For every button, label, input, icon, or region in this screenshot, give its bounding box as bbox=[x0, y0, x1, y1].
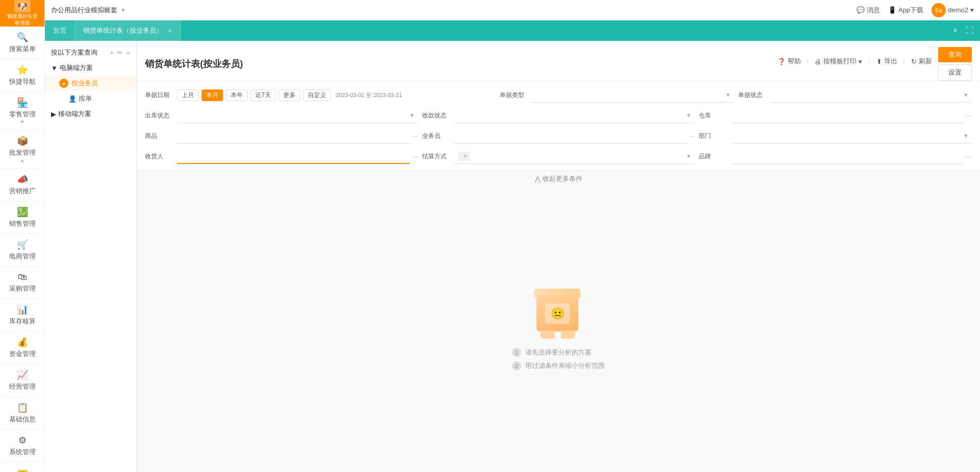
warehouse-dots[interactable]: ··· bbox=[966, 111, 972, 120]
department-select[interactable]: ▾ bbox=[731, 128, 972, 144]
settings-button[interactable]: 设置 bbox=[938, 64, 972, 81]
payment-method-field: 结算方式 × ▾ bbox=[422, 149, 695, 164]
receiver-label: 收货人 bbox=[145, 152, 173, 161]
brand-input[interactable] bbox=[731, 149, 964, 164]
sidebar-item-label: 零售管理 bbox=[9, 110, 36, 119]
sidebar-item-search-menu[interactable]: 🔍 搜索菜单 bbox=[0, 27, 44, 59]
filter-area: 单据日期 上月 本月 本年 近7天 更多 自定义 2023-03-01 至 20… bbox=[137, 81, 980, 171]
help-icon: ❓ bbox=[777, 58, 786, 65]
order-type-select[interactable]: ▾ bbox=[532, 87, 733, 103]
goods-input[interactable] bbox=[177, 128, 410, 144]
receiver-input[interactable] bbox=[177, 149, 410, 164]
scheme-group-desktop-header[interactable]: ▼ 电脑端方案 bbox=[45, 60, 136, 76]
warehouse-input[interactable] bbox=[731, 108, 964, 123]
triangle-right-icon: ▶ bbox=[51, 110, 56, 118]
sidebar-item-inventory[interactable]: 📊 库存核算 bbox=[0, 299, 44, 332]
sidebar-item-purchase[interactable]: 🛍 采购管理 bbox=[0, 267, 44, 299]
template-print-button[interactable]: 🖨 按模板打印 ▾ bbox=[815, 57, 862, 66]
date-filter: 上月 本月 本年 近7天 更多 自定义 2023-03-01 至 2023-03… bbox=[177, 89, 496, 101]
sidebar-item-retail[interactable]: 🏪 零售管理 ▼ bbox=[0, 92, 44, 130]
custom-btn[interactable]: 自定义 bbox=[303, 89, 331, 101]
content: 按以下方案查询 + ✏ « ▼ 电脑端方案 ● 按业务员 👤 bbox=[45, 41, 980, 472]
empty-illustration: 😐 bbox=[530, 289, 586, 340]
tab-maximize-icon[interactable]: ⛶ bbox=[964, 24, 976, 37]
scheme-item-by-salesperson[interactable]: ● 按业务员 bbox=[45, 76, 136, 91]
tab-close-window-icon[interactable]: × bbox=[951, 24, 960, 37]
goods-field: 商品 ··· bbox=[145, 128, 418, 144]
more-btn[interactable]: 更多 bbox=[279, 89, 300, 101]
this-year-btn[interactable]: 本年 bbox=[226, 89, 248, 101]
export-button[interactable]: ⬆ 导出 bbox=[876, 57, 897, 66]
order-type-field: 单据类型 ▾ bbox=[500, 87, 733, 103]
scheme-group-mobile-header[interactable]: ▶ 移动端方案 bbox=[45, 106, 136, 122]
sidebar-item-enterprise[interactable]: 🤝 企业协同 bbox=[0, 462, 44, 472]
scheme-item-label: 按业务员 bbox=[71, 79, 98, 88]
user-menu[interactable]: Ea demo2 ▾ bbox=[932, 3, 974, 17]
tip-num-2: 2 bbox=[512, 361, 521, 370]
out-status-select[interactable]: ▾ bbox=[177, 108, 418, 123]
ecommerce-icon: 🛒 bbox=[17, 239, 28, 250]
page-title-bar: 销货单统计表(按业务员) ❓ 帮助 | 🖨 按模板打印 ▾ | bbox=[137, 41, 980, 81]
receipt-status-select[interactable]: ▾ bbox=[454, 108, 695, 123]
sidebar-item-label: 系统管理 bbox=[9, 447, 36, 457]
7days-btn[interactable]: 近7天 bbox=[251, 89, 276, 101]
date-filter-field: 单据日期 上月 本月 本年 近7天 更多 自定义 2023-03-01 至 20… bbox=[145, 89, 496, 101]
sidebar-item-label: 资金管理 bbox=[9, 349, 36, 359]
quick-nav-icon: ⭐ bbox=[17, 64, 28, 76]
query-button[interactable]: 查询 bbox=[938, 47, 972, 62]
message-button[interactable]: 💬 消息 bbox=[856, 6, 880, 15]
goods-dots[interactable]: ··· bbox=[412, 132, 418, 140]
scheme-sub-item-by-order[interactable]: 👤 按单 bbox=[45, 91, 136, 106]
empty-tips: 1 请先选择要分析的方案 2 用过滤条件来缩小分析范围 bbox=[512, 348, 605, 370]
logo-text: 畅捷通好生意 bbox=[7, 13, 38, 19]
sidebar-item-system[interactable]: ⚙ 系统管理 bbox=[0, 430, 44, 462]
refresh-button[interactable]: ↻ 刷新 bbox=[911, 57, 932, 66]
tab-home[interactable]: 首页 bbox=[45, 20, 75, 41]
sidebar-item-finance[interactable]: 💰 资金管理 bbox=[0, 332, 44, 364]
brand-dots[interactable]: ··· bbox=[966, 152, 972, 160]
app-download-button[interactable]: 📱 App下载 bbox=[888, 6, 923, 15]
right-panel: 销货单统计表(按业务员) ❓ 帮助 | 🖨 按模板打印 ▾ | bbox=[137, 41, 980, 472]
sidebar-item-marketing[interactable]: 📣 营销推广 bbox=[0, 169, 44, 201]
sidebar-item-quick-nav[interactable]: ⭐ 快捷导航 bbox=[0, 59, 44, 92]
salesperson-input[interactable] bbox=[454, 128, 687, 144]
topbar-dropdown-icon[interactable]: ▾ bbox=[121, 6, 125, 14]
sales-icon: 💹 bbox=[17, 206, 28, 218]
this-month-btn[interactable]: 本月 bbox=[202, 89, 223, 101]
sidebar-item-label: 营销推广 bbox=[9, 186, 36, 196]
collapse-panel-icon[interactable]: « bbox=[126, 49, 130, 57]
basic-icon: 📋 bbox=[17, 402, 28, 413]
payment-method-select[interactable]: × ▾ bbox=[454, 149, 695, 164]
sidebar-item-label: 电商管理 bbox=[9, 252, 36, 261]
payment-tag-close[interactable]: × bbox=[463, 153, 467, 160]
order-status-select[interactable]: ▾ bbox=[770, 87, 972, 103]
sidebar-item-sales[interactable]: 💹 销售管理 bbox=[0, 201, 44, 234]
sidebar-item-wholesale[interactable]: 📦 批发管理 ▲ bbox=[0, 130, 44, 169]
sidebar-item-label: 经营管理 bbox=[9, 382, 36, 391]
triangle-down-icon: ▼ bbox=[51, 64, 58, 72]
add-scheme-icon[interactable]: + bbox=[110, 49, 114, 57]
edit-scheme-icon[interactable]: ✏ bbox=[117, 49, 123, 57]
app-download-label: App下载 bbox=[898, 6, 923, 15]
tip-num-1: 1 bbox=[512, 348, 521, 357]
tab-home-label: 首页 bbox=[53, 26, 66, 35]
sidebar-item-ecommerce[interactable]: 🛒 电商管理 bbox=[0, 234, 44, 267]
tip-text-1: 请先选择要分析的方案 bbox=[525, 348, 592, 357]
sidebar-item-operation[interactable]: 📈 经营管理 bbox=[0, 364, 44, 397]
receipt-status-dropdown-icon: ▾ bbox=[687, 111, 691, 119]
salesperson-dots[interactable]: ··· bbox=[689, 132, 695, 140]
tab-sales-stat[interactable]: 销货单统计表（按业务员） × bbox=[75, 20, 181, 41]
tip-text-2: 用过滤条件来缩小分析范围 bbox=[525, 361, 605, 370]
goods-label: 商品 bbox=[145, 132, 173, 140]
receiver-field: 收货人 ··· bbox=[145, 149, 418, 164]
sidebar-item-basic[interactable]: 📋 基础信息 bbox=[0, 397, 44, 430]
order-status-label: 单据状态 bbox=[738, 91, 766, 100]
help-button[interactable]: ❓ 帮助 bbox=[777, 57, 801, 66]
prev-month-btn[interactable]: 上月 bbox=[177, 89, 199, 101]
salesperson-label: 业务员 bbox=[422, 132, 450, 140]
collapse-bar[interactable]: ⋀ 收起更多条件 bbox=[137, 171, 980, 186]
left-panel-header-icons: + ✏ « bbox=[110, 49, 130, 57]
tab-close-icon[interactable]: × bbox=[168, 27, 172, 35]
print-icon: 🖨 bbox=[815, 58, 821, 65]
receiver-dots[interactable]: ··· bbox=[412, 152, 418, 160]
